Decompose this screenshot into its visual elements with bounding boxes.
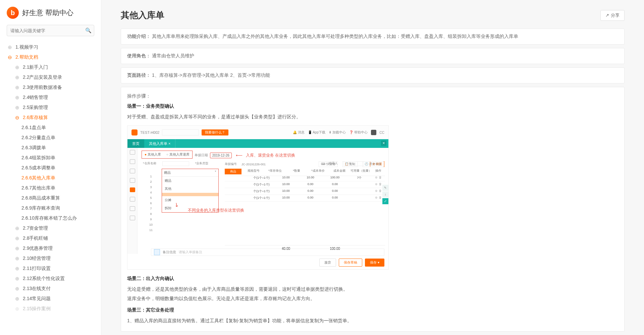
search-wrap: 🔍	[7, 25, 94, 36]
nav-2-6[interactable]: ⊖2.6库存核算	[7, 113, 94, 123]
btn-save: 保存 ▾	[365, 259, 384, 267]
side-icon	[130, 178, 135, 183]
radio-return: 其他入库退库	[166, 152, 190, 157]
th-price: *成本单价	[307, 169, 329, 174]
shot-date-label: 单据日期	[195, 153, 208, 158]
scene2-line2: 退库业务中，明细数量均以负值红色展示。无论是入库还是退库，库存账均记在入库方向。	[127, 294, 618, 303]
nav-2-6-7[interactable]: 2.6.7其他出库单	[7, 183, 94, 193]
scene2-title: 场景二：出入方向确认	[127, 276, 618, 282]
shot-user: CC	[380, 131, 384, 134]
path-label: 页面路径：	[127, 72, 151, 78]
th-amount: 成本金额	[329, 169, 350, 174]
share-button[interactable]: ↗分享	[600, 10, 625, 21]
nav-2-6-1[interactable]: 2.6.1盘点单	[7, 123, 94, 133]
plus-icon: ⊕	[14, 105, 20, 111]
th-goods: 商品	[225, 169, 241, 174]
nav-2-10[interactable]: ⊕2.10经营管理	[7, 254, 94, 264]
plus-icon: ⊕	[14, 286, 20, 292]
btn-save-draft: 保存草稿	[339, 259, 362, 267]
nav-2-4[interactable]: ⊕2.4销售管理	[7, 93, 94, 103]
nav-2-6-9[interactable]: 2.6.9库存账本查询	[7, 203, 94, 213]
nav-video-learning[interactable]: ⊕1.视频学习	[7, 42, 94, 52]
dropdown-item: 分摊	[162, 196, 218, 204]
nav-2-9[interactable]: ⊕2.9优惠券管理	[7, 243, 94, 254]
th-spec: 规格型号	[243, 169, 264, 174]
dropdown-item: 其他	[162, 185, 218, 193]
table-row: 个(1个=1个)10.000.000.00⊕ 🗑	[225, 181, 385, 188]
nav-2-2[interactable]: ⊕2.2产品安装及登录	[7, 72, 94, 82]
side-icon-active	[130, 187, 135, 192]
intro-text: 其他入库单用来处理除采购入库、产成品入库之外的其他入库业务，因此其他入库单可处理…	[152, 34, 518, 39]
shot-main: 其他入库 其他入库退库 单据日期 2019-12-26 ⟵ 入库、退货业务 在这…	[138, 148, 388, 269]
steps-label: 操作步骤：	[127, 93, 618, 99]
search-icon[interactable]: 🔍	[85, 27, 92, 34]
nav-2-6-4[interactable]: 2.6.4组装拆卸单	[7, 153, 94, 163]
logo-icon: b	[7, 7, 19, 19]
shot-footer-buttons: 放弃 保存草稿 保存 ▾	[319, 259, 384, 267]
th-ops: 操作	[372, 169, 385, 174]
nav-2-13[interactable]: ⊕2.13在线支付	[7, 284, 94, 294]
table-row: 个(1个=1个)10.000.000.00⊕ 🗑	[225, 195, 385, 202]
role-text: 通常由仓管人员维护	[152, 53, 194, 58]
shot-date-value: 2019-12-26	[210, 153, 232, 158]
scene1-text: 对于受赠、盘盈或是拆装入库等不同的业务，是通过单据头【业务类型】进行区分。	[127, 112, 618, 121]
role-box: 使用角色： 通常由仓管人员维护	[121, 48, 625, 64]
plus-icon: ⊕	[14, 95, 20, 101]
shot-top-right: 🔔 消息 📱 App下载 ⬇ 加载中心 ❓ 帮助中心 CC	[293, 130, 384, 135]
side-icon	[130, 150, 135, 155]
side-icon	[130, 197, 135, 202]
plus-icon: ⊕	[14, 245, 20, 252]
plus-icon: ⊕	[14, 256, 20, 262]
shot-company: TEST-H002	[140, 130, 159, 134]
nav-2-3[interactable]: ⊕2.3使用前数据准备	[7, 82, 94, 93]
shot-biz-label: *业务类型	[195, 161, 209, 167]
nav-2-7[interactable]: ⊕2.7资金管理	[7, 223, 94, 233]
sidebar: b 好生意 帮助中心 🔍 ⊕1.视频学习 ⊖2.帮助文档 ⊕2.1新手入门 ⊕2…	[0, 0, 101, 335]
plus-icon: ⊕	[14, 225, 20, 231]
plus-icon: ⊕	[14, 266, 20, 272]
nav-help-docs[interactable]: ⊖2.帮助文档	[7, 52, 94, 62]
nav-2-6-5[interactable]: 2.6.5成本调整单	[7, 163, 94, 173]
plus-icon: ⊕	[14, 64, 20, 70]
nav-2-6-8[interactable]: 2.6.8商品成本重算	[7, 193, 94, 203]
arrow-icon: ⟵	[236, 153, 243, 158]
btn-discard: 放弃	[319, 259, 336, 267]
dropdown-item-selected	[162, 193, 218, 196]
inline-screenshot: TEST-H002 我要做什么？ 🔔 消息 📱 App下载 ⬇ 加载中心 ❓ 帮…	[127, 125, 389, 270]
plus-icon: ⊕	[7, 44, 13, 50]
shot-helper-2: 📋 复制	[342, 161, 358, 167]
shot-link-msg: 🔔 消息	[293, 130, 305, 135]
intro-box: 功能介绍： 其他入库单用来处理除采购入库、产成品入库之外的其他入库业务，因此其他…	[121, 29, 625, 45]
shot-wh-label: *仓库名称	[143, 161, 156, 167]
shot-docno: JC-20191226-001	[241, 163, 266, 166]
nav-2-14[interactable]: ⊕2.14常见问题	[7, 294, 94, 304]
nav-2-12[interactable]: ⊕2.12系统个性化设置	[7, 274, 94, 284]
nav-2-15[interactable]: ⊕2.15操作案例	[7, 304, 94, 314]
side-icon	[130, 169, 135, 173]
nav-2-5[interactable]: ⊕2.5采购管理	[7, 103, 94, 113]
nav-2-8[interactable]: ⊕2.8手机旺铺	[7, 233, 94, 243]
shot-table-body: 个(1个=1个)10.0010.00100.007个⊕ 🗑 个(1个=1个)10…	[225, 175, 385, 202]
shot-doc-type-radio: 其他入库 其他入库退库	[142, 151, 193, 159]
steps-block: 操作步骤： 场景一：业务类型确认 对于受赠、盘盈或是拆装入库等不同的业务，是通过…	[121, 87, 625, 332]
side-icon	[130, 216, 135, 220]
nav-2-6-2[interactable]: 2.6.2分量盘点单	[7, 133, 94, 143]
share-icon: ↗	[605, 13, 609, 18]
nav-2-6-6-current[interactable]: 2.6.6其他入库单	[7, 173, 94, 183]
search-input[interactable]	[7, 25, 94, 36]
site-title: 好生意 帮助中心	[22, 8, 73, 17]
nav-2-1[interactable]: ⊕2.1新手入门	[7, 62, 94, 72]
remark-placeholder: 请输入单据备注	[179, 250, 202, 255]
nav-2-11[interactable]: ⊕2.11打印设置	[7, 264, 94, 274]
tool-icon-active: ⤢	[382, 198, 388, 204]
shot-tab-home: 首页	[127, 139, 144, 148]
shot-link-help: ❓ 帮助中心	[349, 130, 368, 135]
tool-icon: ↕	[382, 191, 388, 198]
shot-tabbar: 首页 其他入库单 × ×	[127, 139, 388, 148]
shot-link-app: 📱 App下载	[308, 130, 325, 135]
nav-2-6-3[interactable]: 2.6.3调拨单	[7, 143, 94, 153]
nav-2-6-10[interactable]: 2.6.10库存账本错了怎么办	[7, 213, 94, 223]
minus-icon: ⊖	[7, 54, 13, 60]
close-icon: ×	[381, 141, 386, 146]
main-content: 其他入库单 ↗分享 功能介绍： 其他入库单用来处理除采购入库、产成品入库之外的其…	[101, 0, 644, 335]
